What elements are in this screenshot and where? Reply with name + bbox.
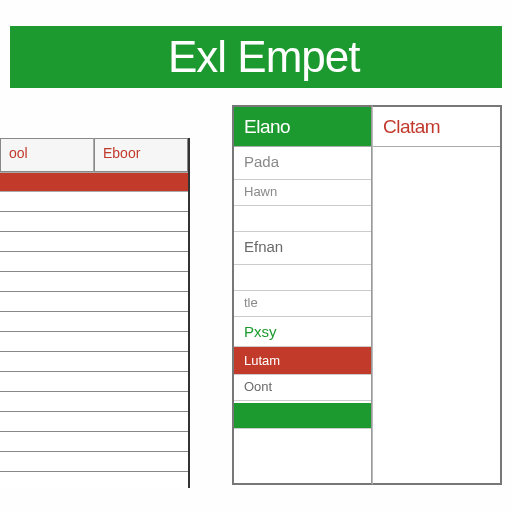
list-item[interactable]	[234, 265, 371, 291]
list-item[interactable]: Oont	[234, 375, 371, 401]
left-highlight-row[interactable]	[0, 172, 188, 192]
table-row[interactable]	[0, 252, 188, 272]
table-row[interactable]	[0, 452, 188, 472]
table-row[interactable]	[0, 292, 188, 312]
right-col2-header[interactable]: Clatam	[373, 107, 500, 147]
right-col2: Clatam	[372, 105, 502, 485]
title-bar: Exl Empet	[10, 26, 502, 88]
table-row[interactable]	[0, 352, 188, 372]
table-row[interactable]	[0, 392, 188, 412]
table-row[interactable]	[0, 272, 188, 292]
list-item[interactable]	[234, 206, 371, 232]
app-canvas: Exl Empet ool Eboor Elano	[0, 0, 512, 512]
list-item-highlight-green[interactable]	[234, 403, 371, 429]
table-row[interactable]	[0, 312, 188, 332]
right-col1-header[interactable]: Elano	[234, 107, 371, 147]
list-item[interactable]: tle	[234, 291, 371, 317]
list-item[interactable]: Hawn	[234, 180, 371, 206]
table-row[interactable]	[0, 412, 188, 432]
left-spreadsheet: ool Eboor	[0, 138, 190, 488]
right-panel: Elano Pada Hawn Efnan tle Pxsy Lutam Oon…	[232, 105, 502, 485]
table-row[interactable]	[0, 332, 188, 352]
table-row[interactable]	[0, 212, 188, 232]
left-col2-header[interactable]: Eboor	[94, 138, 188, 172]
app-title: Exl Empet	[168, 32, 360, 82]
table-row[interactable]	[0, 192, 188, 212]
list-item-label: Lutam	[244, 353, 280, 368]
list-item-highlight-red[interactable]: Lutam	[234, 347, 371, 375]
table-row[interactable]	[0, 372, 188, 392]
table-row[interactable]	[0, 232, 188, 252]
table-row[interactable]	[0, 432, 188, 452]
right-col1: Elano Pada Hawn Efnan tle Pxsy Lutam Oon…	[232, 105, 372, 485]
list-item[interactable]: Efnan	[234, 232, 371, 265]
left-col1-header[interactable]: ool	[0, 138, 94, 172]
left-grid-body	[0, 192, 188, 472]
left-header-row: ool Eboor	[0, 138, 188, 172]
list-item[interactable]: Pxsy	[234, 317, 371, 347]
list-item[interactable]: Pada	[234, 147, 371, 180]
